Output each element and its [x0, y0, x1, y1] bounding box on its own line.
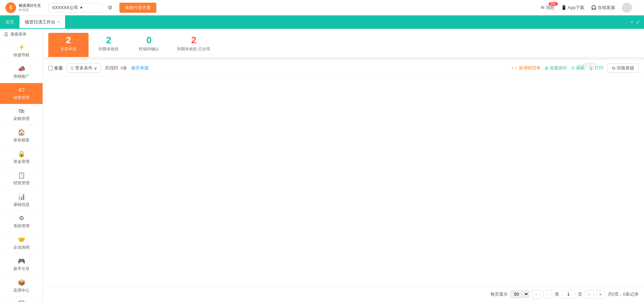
company-selector[interactable]: XXXXXX公司 ▾ — [48, 3, 102, 12]
stat-tab-shipped[interactable]: 2 到期未收款 已出库 — [169, 33, 218, 57]
add-icon: + — [511, 66, 514, 71]
main-layout: ☰ 搜索菜单 ⚡ 快捷导航 📣 营销推广 🏷 销售管理 🛍 采购管理 🏠 库存核… — [0, 29, 644, 302]
operations-icon: 📋 — [18, 172, 25, 179]
sidebar-item-wechat[interactable]: 💬 企业微信 — [0, 297, 43, 302]
stat-tab-pending[interactable]: 0 旺铺待确认 — [129, 33, 169, 57]
settings-button[interactable]: ⚙ — [105, 2, 115, 13]
sidebar-item-quick-nav[interactable]: ⚡ 快捷导航 — [0, 40, 43, 62]
sidebar-item-operations[interactable]: 📋 经营管理 — [0, 168, 43, 190]
select-all-checkbox[interactable]: 全选 — [48, 65, 63, 71]
marketing-icon: 📣 — [18, 65, 25, 72]
add-sale-btn[interactable]: + + 新增销货单 — [511, 65, 541, 71]
quick-nav-icon: ⚡ — [18, 44, 25, 51]
page-first-btn[interactable]: « — [532, 290, 541, 299]
stat-overdue-number: 2 — [106, 36, 111, 45]
tab-workbench[interactable]: 钱货日清工作台 × — [19, 15, 65, 29]
company-name: XXXXXX公司 — [52, 5, 78, 11]
tab-home[interactable]: 首页 — [0, 15, 19, 29]
tab-close-icon[interactable]: × — [57, 20, 60, 24]
sales-icon: 🏷 — [18, 86, 24, 94]
sidebar-item-system[interactable]: ⚙ 系统管理 — [0, 211, 43, 233]
stats-tabs: 2 全部单据 2 到期未收款 0 旺铺待确认 2 到期未收款 已出库 — [43, 29, 644, 57]
cooperation-icon: 🤝 — [18, 236, 25, 243]
sidebar-item-sales[interactable]: 🏷 销售管理 — [0, 83, 43, 104]
basic-info-icon: 📊 — [18, 193, 25, 200]
related-link[interactable]: 相关单据 — [131, 65, 149, 71]
finance-icon: 🔒 — [18, 150, 25, 158]
select-all-input[interactable] — [48, 66, 53, 70]
experience-btn[interactable]: 体验行业方案 — [119, 3, 156, 13]
header-right: ✉ 消息 99+ 📱 App下载 🎧 在线客服 — [541, 3, 639, 13]
sidebar-item-cooperation[interactable]: 🤝 企业协同 — [0, 233, 43, 254]
tab-close-all-icon[interactable]: × — [631, 19, 633, 25]
sidebar-item-inventory[interactable]: 🏠 库存核算 — [0, 125, 43, 147]
content-area: 2 全部单据 2 到期未收款 0 旺铺待确认 2 到期未收款 已出库 全选 — [43, 29, 644, 302]
sidebar-item-app-center[interactable]: 📦 应用中心 — [0, 276, 43, 297]
stat-shipped-number: 2 — [191, 36, 197, 45]
filter-chevron-icon: ∨ — [94, 66, 97, 71]
message-badge: 99+ — [549, 2, 558, 6]
stat-tab-all[interactable]: 2 全部单据 — [48, 33, 89, 57]
download-icon: 📱 — [561, 5, 567, 10]
refresh-btn[interactable]: ↻ 刷新 — [571, 65, 585, 71]
batch-operation-btn[interactable]: ⊞ 批量操作 — [545, 65, 567, 71]
logo-text: 畅捷通好生意 标准版 — [19, 3, 41, 12]
switch-version-btn[interactable]: ⇆ 切换新版 — [607, 63, 639, 73]
stat-shipped-label: 到期未收款 已出库 — [177, 46, 210, 52]
print-icon: 🖨 — [589, 66, 593, 71]
sidebar-item-guide[interactable]: 🎮 新手引导 — [0, 254, 43, 276]
batch-icon: ⊞ — [545, 66, 548, 71]
toolbar-right: + + 新增销货单 ⊞ 批量操作 ↻ 刷新 🖨 打印 ⇆ 切换新版 — [511, 63, 639, 73]
top-header: 6 畅捷通好生意 标准版 XXXXXX公司 ▾ ⚙ 体验行业方案 ✉ 消息 99… — [0, 0, 644, 15]
chevron-down-icon: ▾ — [80, 5, 83, 10]
sidebar-item-purchase[interactable]: 🛍 采购管理 — [0, 104, 43, 125]
pagination: 每页显示 50 100 200 « ‹ 第 页 › » 共0页，0条记录 — [43, 286, 644, 302]
nav-tabs: 首页 钱货日清工作台 × × ⤢ — [0, 15, 644, 29]
logo-area: 6 畅捷通好生意 标准版 — [5, 2, 48, 13]
page-prev-btn[interactable]: ‹ — [543, 290, 552, 299]
per-page-label: 每页显示 — [490, 291, 508, 297]
guide-icon: 🎮 — [18, 257, 25, 265]
user-avatar[interactable] — [622, 3, 632, 13]
app-download-btn[interactable]: 📱 App下载 — [561, 5, 584, 11]
stat-overdue-label: 到期未收款 — [99, 46, 119, 52]
page-label: 第 — [555, 291, 559, 297]
filter-icon: ▽ — [70, 66, 74, 71]
service-icon: 🎧 — [591, 5, 596, 10]
purchase-icon: 🛍 — [18, 108, 24, 115]
nav-tab-actions: × ⤢ — [631, 19, 644, 25]
sidebar-item-basic-info[interactable]: 📊 基础信息 — [0, 190, 43, 211]
refresh-icon: ↻ — [571, 66, 575, 71]
page-last-btn[interactable]: » — [596, 290, 605, 299]
search-menu-icon: ☰ — [4, 32, 8, 37]
print-btn[interactable]: 🖨 打印 — [589, 65, 603, 71]
wechat-icon: 💬 — [18, 300, 25, 302]
message-btn[interactable]: ✉ 消息 99+ — [541, 5, 554, 11]
found-text: 共找到 0条 — [105, 65, 127, 71]
sidebar-item-marketing[interactable]: 📣 营销推广 — [0, 62, 43, 83]
total-info: 共0页，0条记录 — [608, 291, 639, 297]
online-service-btn[interactable]: 🎧 在线客服 — [591, 5, 615, 11]
page-suffix: 页 — [578, 291, 582, 297]
sidebar: ☰ 搜索菜单 ⚡ 快捷导航 📣 营销推广 🏷 销售管理 🛍 采购管理 🏠 库存核… — [0, 29, 43, 302]
switch-icon: ⇆ — [612, 66, 615, 71]
tab-expand-icon[interactable]: ⤢ — [636, 19, 640, 25]
page-input[interactable] — [562, 290, 575, 299]
sidebar-search[interactable]: ☰ 搜索菜单 — [0, 29, 43, 40]
page-next-btn[interactable]: › — [585, 290, 594, 299]
app-logo-icon: 6 — [5, 2, 16, 13]
message-icon: ✉ — [541, 5, 544, 10]
per-page-select[interactable]: 50 100 200 — [511, 290, 529, 298]
stat-pending-number: 0 — [146, 36, 152, 45]
sidebar-item-finance[interactable]: 🔒 资金管理 — [0, 147, 43, 168]
stat-all-label: 全部单据 — [60, 46, 76, 52]
stat-pending-label: 旺铺待确认 — [139, 46, 159, 52]
stat-tab-overdue[interactable]: 2 到期未收款 — [89, 33, 129, 57]
stat-all-number: 2 — [66, 36, 71, 45]
app-center-icon: 📦 — [18, 279, 25, 286]
toolbar: 全选 ▽ 更多条件 ∨ 共找到 0条 相关单据 + + 新增销货单 ⊞ 批量操作 — [43, 60, 644, 76]
table-area — [43, 76, 644, 286]
more-filters-btn[interactable]: ▽ 更多条件 ∨ — [67, 63, 101, 73]
inventory-icon: 🏠 — [18, 129, 25, 136]
system-icon: ⚙ — [19, 215, 24, 222]
